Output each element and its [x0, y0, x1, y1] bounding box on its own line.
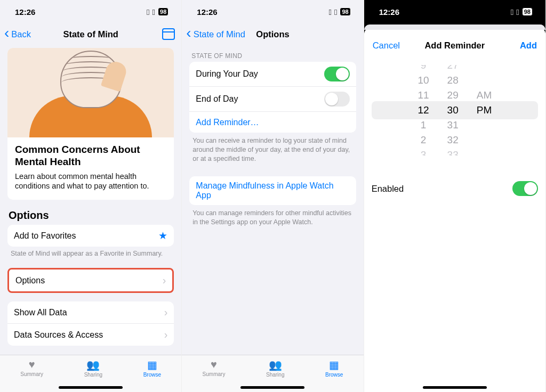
enabled-toggle[interactable]: [512, 181, 538, 196]
heart-icon: ♥: [20, 358, 43, 371]
during-day-toggle[interactable]: [324, 67, 350, 81]
options-list-highlighted: Options ›: [7, 268, 174, 293]
manage-footnote: You can manage reminders for other mindf…: [192, 209, 352, 227]
data-list: Show All Data › Data Sources & Access ›: [7, 301, 174, 346]
options-row[interactable]: Options ›: [9, 270, 172, 291]
options-section-title: Options: [9, 209, 173, 222]
home-indicator: [59, 386, 123, 389]
battery-icon: 98: [340, 7, 350, 16]
favorites-list: Add to Favorites ★: [7, 225, 174, 247]
picker-hours[interactable]: 9 10 11 12 1 2 3: [417, 65, 429, 156]
end-of-day-toggle[interactable]: [324, 92, 350, 107]
home-indicator: [423, 386, 487, 389]
tab-browse[interactable]: ▦Browse: [143, 358, 161, 378]
status-right: 􀙇 􀙈 98: [511, 7, 533, 17]
hero-body: Learn about common mental health conditi…: [15, 172, 166, 192]
screen-add-reminder: 12:26 􀙇 􀙈 98 Cancel Add Reminder Add 9 1…: [364, 0, 546, 392]
reminder-list: During Your Day End of Day Add Reminder…: [189, 62, 356, 133]
picker-ampm[interactable]: AM PM: [477, 65, 492, 156]
back-button[interactable]: State of Mind: [186, 23, 245, 45]
during-day-row[interactable]: During Your Day: [189, 62, 356, 86]
screen-state-of-mind: 12:26 􀙇 􀙈 98 Back State of Mind: [0, 0, 182, 392]
screen-options: 12:26 􀙇 􀙈 98 State of Mind Options STATE…: [182, 0, 364, 392]
people-icon: 👥: [84, 358, 102, 371]
reminder-footnote: You can receive a reminder to log your s…: [192, 136, 352, 164]
status-bar: 12:26 􀙇 􀙈 98: [182, 0, 363, 23]
grid-icon: ▦: [325, 358, 343, 371]
sheet-layer-peek: [364, 24, 545, 30]
status-right: 􀙇 􀙈 98: [328, 7, 350, 17]
content: Common Concerns About Mental Health Lear…: [0, 45, 181, 355]
signal-icon: 􀙇: [147, 7, 149, 17]
home-indicator: [240, 386, 304, 389]
calendar-button[interactable]: [162, 23, 175, 45]
battery-icon: 98: [158, 7, 168, 16]
signal-icon: 􀙇: [511, 7, 513, 17]
picker-minutes[interactable]: 27 28 29 30 31 32 33: [447, 65, 459, 156]
wifi-icon: 􀙈: [516, 7, 519, 17]
hero-title: Common Concerns About Mental Health: [15, 144, 166, 168]
status-time: 12:26: [379, 7, 399, 17]
sheet-nav: Cancel Add Reminder Add: [364, 33, 545, 58]
wifi-icon: 􀙈: [152, 7, 155, 17]
status-right: 􀙇 􀙈 98: [147, 7, 168, 17]
heart-icon: ♥: [203, 358, 226, 371]
signal-icon: 􀙇: [328, 7, 331, 17]
people-icon: 👥: [266, 358, 284, 371]
status-time: 12:26: [15, 7, 35, 17]
status-time: 12:26: [197, 7, 217, 17]
calendar-icon: [162, 28, 175, 40]
page-title: State of Mind: [63, 29, 118, 39]
tab-browse[interactable]: ▦Browse: [325, 358, 343, 378]
wifi-icon: 􀙈: [334, 7, 337, 17]
add-button[interactable]: Add: [520, 40, 537, 51]
sheet-title: Add Reminder: [424, 40, 485, 51]
tab-sharing[interactable]: 👥Sharing: [266, 358, 284, 378]
manage-watch-row[interactable]: Manage Mindfulness in Apple Watch App: [189, 176, 356, 205]
add-to-favorites-row[interactable]: Add to Favorites ★: [7, 225, 174, 247]
chevron-right-icon: ›: [163, 274, 166, 287]
hero-card[interactable]: Common Concerns About Mental Health Lear…: [7, 48, 174, 200]
time-picker[interactable]: 9 10 11 12 1 2 3 27 28 29 30 31 32 33 AM…: [372, 65, 538, 156]
page-title: Options: [256, 29, 289, 39]
grid-icon: ▦: [143, 358, 161, 371]
end-of-day-row[interactable]: End of Day: [189, 86, 356, 111]
add-reminder-row[interactable]: Add Reminder…: [189, 111, 356, 133]
star-icon: ★: [158, 230, 167, 242]
manage-list: Manage Mindfulness in Apple Watch App: [189, 176, 356, 205]
chevron-right-icon: ›: [164, 306, 168, 318]
group-header: STATE OF MIND: [191, 52, 354, 60]
tab-summary[interactable]: ♥Summary: [20, 358, 43, 377]
enabled-row[interactable]: Enabled: [372, 181, 538, 196]
show-all-data-row[interactable]: Show All Data ›: [7, 301, 174, 323]
status-bar: 12:26 􀙇 􀙈 98: [0, 0, 181, 23]
battery-icon: 98: [522, 7, 533, 16]
back-button[interactable]: Back: [4, 23, 31, 45]
nav-bar: State of Mind Options: [182, 23, 363, 45]
chevron-right-icon: ›: [164, 329, 168, 341]
status-bar: 12:26 􀙇 􀙈 98: [364, 0, 545, 23]
tab-sharing[interactable]: 👥Sharing: [84, 358, 102, 378]
content: STATE OF MIND During Your Day End of Day…: [182, 45, 363, 355]
nav-bar: Back State of Mind: [0, 23, 181, 45]
favorites-footnote: State of Mind will appear as a Favorite …: [11, 250, 171, 257]
tab-summary[interactable]: ♥Summary: [203, 358, 226, 377]
hero-illustration: [7, 48, 174, 137]
data-sources-row[interactable]: Data Sources & Access ›: [7, 323, 174, 346]
cancel-button[interactable]: Cancel: [373, 40, 400, 51]
